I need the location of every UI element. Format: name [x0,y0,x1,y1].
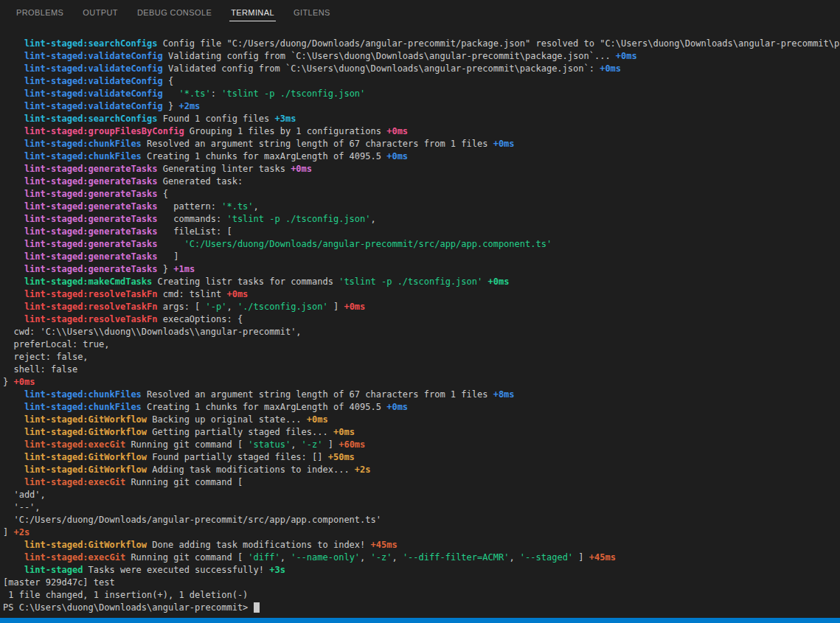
terminal-text-segment: ] [328,302,344,312]
terminal-text-segment: 'tslint -p ./tsconfig.json' [339,276,482,287]
terminal-line: 1 file changed, 1 insertion(+), 1 deleti… [3,589,840,602]
terminal-text-segment: lint-staged:generateTasks [3,201,158,212]
terminal-text-segment: Creating 1 chunks for maxArgLength of 40… [142,151,386,161]
terminal-text-segment: +0ms [616,51,637,61]
terminal-text-segment: lint-staged:generateTasks [3,189,158,199]
terminal-line: lint-staged:generateTasks fileList: [ [3,226,840,238]
terminal-text-segment: '--staged' [520,552,573,563]
status-bar [0,618,840,623]
terminal-text-segment: , [280,552,291,563]
terminal-text-segment: 'C:/Users/duong/Downloads/angular-precom… [3,515,381,525]
panel-tab-debug-console[interactable]: DEBUG CONSOLE [136,5,213,21]
terminal-text-segment: 'diff' [248,552,280,563]
terminal-text-segment: lint-staged:validateConfig [3,63,163,74]
terminal-text-segment: lint-staged:execGit [3,439,125,450]
terminal-text-segment: shell: false [3,364,77,375]
terminal-text-segment: lint-staged:generateTasks [3,176,158,187]
terminal-text-segment: lint-staged:execGit [3,552,125,563]
terminal-text-segment: +0ms [307,414,328,425]
terminal-text-segment: lint-staged:GitWorkflow [3,427,147,437]
terminal-text-segment: preferLocal: true, [3,339,110,349]
terminal-text-segment: execaOptions: { [158,314,243,324]
terminal-line: lint-staged:groupFilesByConfig Grouping … [3,125,840,138]
terminal-text-segment: , [371,214,376,224]
bottom-panel: PROBLEMSOUTPUTDEBUG CONSOLETERMINALGITLE… [0,0,840,623]
terminal-text-segment: lint-staged:resolveTaskFn [3,289,158,299]
terminal-text-segment: Resolved an argument string length of 67… [142,389,493,400]
terminal-line: lint-staged:generateTasks Generated task… [3,175,840,188]
terminal-text-segment: +0ms [386,151,408,161]
terminal-text-segment: Creating 1 chunks for maxArgLength of 40… [142,402,386,412]
terminal-line: lint-staged:generateTasks { [3,188,840,201]
terminal-text-segment: Tasks were executed successfully! [83,565,269,575]
terminal-line: lint-staged:makeCmdTasks Creating listr … [3,276,840,288]
terminal-text-segment: +0ms [487,276,509,287]
panel-tab-output[interactable]: OUTPUT [81,5,119,21]
panel-tab-terminal[interactable]: TERMINAL [229,5,276,21]
terminal-text-segment: Done adding task modifications to index! [147,540,370,550]
terminal-text-segment: +3s [269,565,285,575]
terminal-text-segment: [master 929d47c] test [3,577,115,588]
terminal-text-segment: { [158,189,168,199]
terminal-text-segment: lint-staged:chunkFiles [3,402,142,412]
terminal-text-segment: '--diff-filter=ACMR' [403,552,510,563]
terminal-line: lint-staged:validateConfig { [3,75,840,88]
terminal-line: [master 929d47c] test [3,577,840,589]
terminal-line: ] +2s [3,526,840,539]
terminal-line: lint-staged:generateTasks pattern: '*.ts… [3,201,840,213]
terminal-text-segment: +0ms [226,289,248,299]
terminal-line: lint-staged Tasks were executed successf… [3,564,840,577]
terminal-line: lint-staged:execGit Running git command … [3,439,840,451]
terminal-line: lint-staged:chunkFiles Creating 1 chunks… [3,401,840,414]
terminal-text-segment: lint-staged:generateTasks [3,264,158,274]
terminal-text-segment: 'add', [3,490,46,500]
terminal-text-segment: , [254,201,259,212]
terminal-text-segment: cwd: 'C:\\Users\\duong\\Downloads\\angul… [3,327,302,337]
terminal-text-segment: Resolved an argument string length of 67… [142,139,493,149]
terminal-line: 'add', [3,489,840,501]
terminal-output[interactable]: lint-staged:searchConfigs Config file "C… [0,26,840,618]
terminal-line: PS C:\Users\duong\Downloads\angular-prec… [3,602,840,614]
terminal-text-segment: '-p' [206,302,227,312]
terminal-text-segment: '*.ts' [178,88,210,99]
terminal-cursor [254,602,260,613]
terminal-text-segment: 'tslint -p ./tsconfig.json' [221,88,365,99]
terminal-text-segment: Running git command [ [125,439,248,450]
terminal-text-segment: lint-staged:GitWorkflow [3,464,147,475]
terminal-text-segment: ] [3,527,13,537]
terminal-line: lint-staged:generateTasks 'C:/Users/duon… [3,238,840,251]
terminal-line: lint-staged:searchConfigs Found 1 config… [3,113,840,125]
terminal-text-segment: '-z' [371,552,392,563]
terminal-text-segment: lint-staged:resolveTaskFn [3,314,158,324]
terminal-text-segment: +0ms [13,377,35,387]
terminal-text-segment: args: [ [158,302,206,312]
terminal-text-segment: lint-staged:generateTasks [3,164,158,174]
terminal-text-segment: 1 file changed, 1 insertion(+), 1 deleti… [3,590,248,600]
terminal-text-segment: Backing up original state... [147,414,307,425]
terminal-line: 'C:/Users/duong/Downloads/angular-precom… [3,514,840,526]
terminal-text-segment: +50ms [328,452,355,462]
terminal-text-segment: +0ms [493,139,515,149]
terminal-text-segment: Validated config from `C:\Users\duong\Do… [163,63,600,74]
terminal-text-segment: lint-staged:makeCmdTasks [3,276,152,287]
terminal-text-segment: Adding task modifications to index... [147,464,355,475]
terminal-text-segment: lint-staged:validateConfig [3,101,163,111]
panel-tab-problems[interactable]: PROBLEMS [15,5,65,21]
terminal-line: lint-staged:resolveTaskFn args: [ '-p', … [3,301,840,313]
terminal-text-segment: commands: [158,214,227,224]
terminal-text-segment: +60ms [339,439,365,450]
terminal-text-segment: +0ms [386,126,408,136]
terminal-line: lint-staged:resolveTaskFn execaOptions: … [3,313,840,326]
terminal-text-segment: cmd: tslint [158,289,227,299]
terminal-text-segment: lint-staged:resolveTaskFn [3,302,158,312]
terminal-line: lint-staged:generateTasks Generating lin… [3,163,840,175]
terminal-text-segment: Creating listr tasks for commands [152,276,339,287]
terminal-text-segment: lint-staged:GitWorkflow [3,540,147,550]
terminal-text-segment: +8ms [493,389,515,400]
terminal-text-segment [158,239,184,249]
terminal-line: lint-staged:generateTasks commands: 'tsl… [3,213,840,226]
terminal-text-segment: } [163,101,179,111]
terminal-text-segment: lint-staged:groupFilesByConfig [3,126,184,136]
terminal-text-segment: lint-staged:validateConfig [3,76,163,86]
panel-tab-gitlens[interactable]: GITLENS [292,5,332,21]
